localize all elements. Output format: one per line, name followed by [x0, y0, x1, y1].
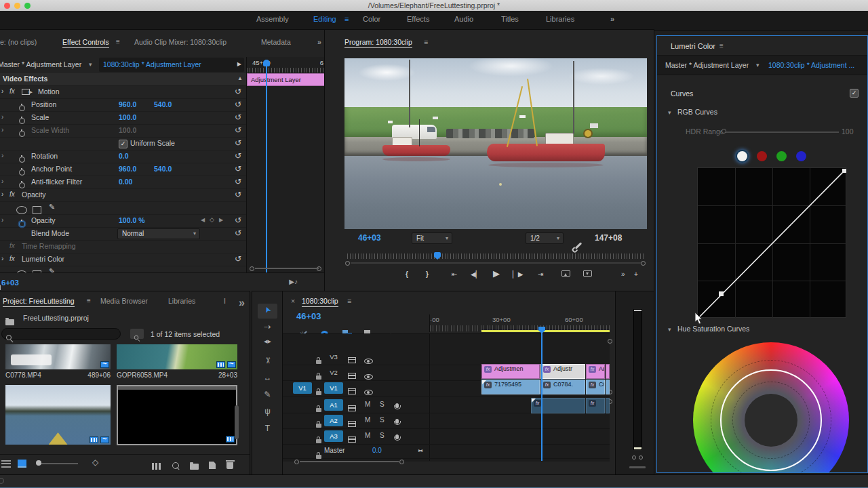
add-keyframe-icon[interactable]: ◇ — [210, 216, 214, 223]
timeline-clip[interactable] — [606, 398, 610, 413]
tab-i[interactable]: I — [224, 297, 226, 305]
reset-effect-icon[interactable]: ↺ — [235, 138, 241, 148]
effect-name[interactable]: Lumetri Color — [22, 255, 64, 263]
panel-menu-icon[interactable]: ≡ — [87, 297, 91, 304]
reset-effect-icon[interactable]: ↺ — [235, 100, 241, 109]
mark-in-button[interactable]: { — [406, 270, 408, 278]
zoom-level-dropdown[interactable]: Fit▾ — [412, 232, 452, 244]
param-value[interactable]: 100.0 — [119, 113, 136, 121]
export-frame-icon[interactable] — [0, 285, 1, 290]
slip-tool[interactable]: ↔ — [258, 371, 277, 386]
list-view-button[interactable] — [1, 460, 11, 468]
meter-handle[interactable] — [629, 466, 646, 468]
workspace-tab-assembly[interactable]: Assembly — [256, 15, 289, 23]
reset-effect-icon[interactable]: ↺ — [235, 228, 241, 238]
lumetri-master-label[interactable]: Master * Adjustment Layer — [665, 60, 749, 70]
workspace-tab-titles[interactable]: Titles — [501, 15, 519, 23]
param-value[interactable]: 100.0 % — [119, 216, 145, 224]
lane-hscroll-left-knob[interactable] — [250, 266, 254, 271]
tab-effect-controls[interactable]: Effect Controls — [62, 38, 109, 48]
reset-effect-icon[interactable]: ↺ — [235, 254, 241, 264]
new-bin-button[interactable] — [190, 460, 199, 472]
hue-saturation-wheel[interactable] — [693, 342, 849, 473]
chevron-down-icon[interactable]: ▾ — [89, 60, 92, 69]
rgb-curves-label[interactable]: RGB Curves — [677, 107, 717, 117]
program-scroll-left-knob[interactable] — [345, 261, 350, 266]
project-item-thumbnail[interactable] — [5, 385, 111, 445]
icon-view-button[interactable] — [18, 460, 26, 468]
lift-button[interactable] — [561, 270, 570, 278]
tab-program[interactable]: Program: 1080:30clip — [344, 38, 412, 48]
thumbnail-zoom-knob[interactable] — [36, 460, 41, 466]
search-input[interactable] — [1, 328, 121, 340]
effect-controls-timecode[interactable]: 6+03 — [1, 278, 19, 287]
tab-overflow-icon[interactable]: » — [239, 297, 245, 309]
prev-keyframe-icon[interactable]: ◀ — [201, 217, 205, 223]
program-scroll-right-knob[interactable] — [641, 261, 646, 266]
curves-section-label[interactable]: Curves — [671, 89, 693, 98]
play-audio-icon[interactable]: ▶♪ — [289, 277, 298, 287]
expander-icon[interactable]: › — [1, 126, 3, 134]
effect-name[interactable]: Opacity — [22, 190, 46, 199]
program-video[interactable] — [344, 58, 647, 229]
workspace-tab-audio[interactable]: Audio — [454, 15, 473, 23]
timeline-clip-adjustmen[interactable]: fxAdjustmen — [481, 364, 540, 379]
step-forward-button[interactable]: ▏▶ — [513, 270, 523, 278]
timeline-clip[interactable] — [606, 364, 610, 379]
timeline-clip-c0784-[interactable]: fxC0784. — [540, 380, 585, 394]
hdr-range-slider[interactable] — [724, 131, 839, 133]
tab-media-browser[interactable]: Media Browser — [100, 297, 148, 305]
project-item-thumbnail[interactable] — [117, 344, 237, 369]
expander-icon[interactable]: › — [1, 178, 3, 185]
param-value[interactable]: 0.00 — [119, 178, 132, 186]
collapse-icon[interactable]: ▲ — [237, 75, 243, 81]
expander-icon[interactable]: › — [1, 216, 3, 224]
mask-pen-icon[interactable]: ✎ — [49, 203, 55, 211]
tab-audio-clip-mixer-1080-30clip[interactable]: Audio Clip Mixer: 1080:30clip — [134, 38, 226, 46]
channel-button-red[interactable] — [757, 151, 767, 161]
param-value[interactable]: 960.0 — [119, 100, 136, 108]
rgb-curve-editor[interactable] — [697, 167, 846, 318]
workspace-tab-effects[interactable]: Effects — [407, 15, 429, 23]
thumbnail-zoom-slider[interactable] — [37, 463, 78, 464]
timeline-clip[interactable] — [606, 380, 610, 394]
param-value[interactable]: 0.0 — [119, 152, 129, 160]
chevron-down-icon[interactable]: ▾ — [668, 108, 671, 117]
program-timecode[interactable]: 46+03 — [358, 233, 381, 243]
tab-overflow-icon[interactable]: » — [317, 38, 321, 46]
reset-effect-icon[interactable]: ↺ — [235, 216, 241, 225]
go-to-in-button[interactable]: ⇤ — [452, 270, 457, 278]
reset-effect-icon[interactable]: ↺ — [235, 177, 241, 186]
workspace-tab-color[interactable]: Color — [363, 15, 380, 23]
next-keyframe-icon[interactable]: ▶ — [219, 217, 223, 223]
expander-icon[interactable]: › — [1, 152, 3, 159]
hdr-range-knob[interactable] — [722, 129, 726, 134]
workspace-menu-icon[interactable]: ≡ — [344, 15, 349, 23]
razor-tool[interactable]: ✂ — [258, 354, 277, 369]
param-value[interactable]: 100.0 — [119, 126, 136, 134]
program-ruler[interactable] — [347, 253, 646, 259]
freeform-view-icon[interactable] — [152, 460, 161, 472]
add-button[interactable]: + — [634, 270, 638, 278]
workspace-tab-editing[interactable]: Editing — [313, 15, 336, 23]
playback-resolution-dropdown[interactable]: 1/2▾ — [526, 232, 564, 244]
expander-icon[interactable]: › — [1, 113, 3, 121]
project-scrollbar[interactable] — [235, 405, 239, 439]
curves-enabled-checkbox[interactable]: ✓ — [850, 89, 859, 98]
settings-wrench-icon[interactable] — [575, 242, 583, 249]
channel-button-blue[interactable] — [796, 151, 806, 161]
hand-tool[interactable]: ψ — [258, 405, 277, 420]
project-item-thumbnail[interactable] — [5, 344, 111, 369]
new-item-button[interactable] — [209, 460, 216, 472]
blend-mode-dropdown[interactable]: Normal▾ — [117, 228, 200, 239]
go-to-out-button[interactable]: ⇥ — [538, 270, 543, 278]
chevron-down-icon[interactable]: ▾ — [756, 60, 760, 70]
channel-button-white[interactable] — [737, 151, 747, 161]
panel-menu-icon[interactable]: ≡ — [719, 41, 724, 51]
reset-effect-icon[interactable]: ↺ — [235, 125, 241, 135]
transport-overflow-icon[interactable]: » — [621, 270, 625, 278]
lane-playhead[interactable] — [266, 62, 267, 272]
expander-icon[interactable]: › — [1, 87, 3, 95]
track-select-forward-tool[interactable]: ⇢ — [258, 321, 277, 336]
param-value[interactable]: 960.0 — [119, 165, 136, 173]
